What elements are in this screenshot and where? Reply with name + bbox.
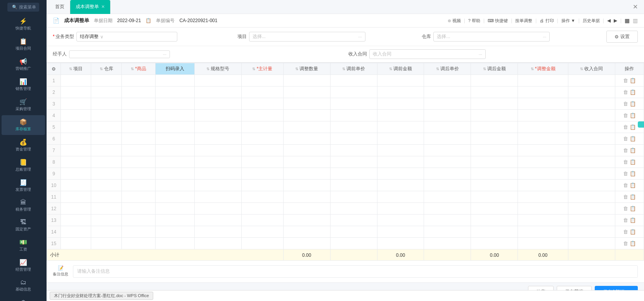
copy-row-btn[interactable]: 📋 bbox=[630, 206, 636, 211]
cell-r14-c9[interactable] bbox=[377, 226, 424, 238]
cell-r4-c4[interactable] bbox=[155, 110, 194, 121]
cell-r10-c2[interactable] bbox=[91, 180, 121, 191]
cell-r12-c12[interactable] bbox=[518, 203, 568, 215]
cell-r2-c13[interactable] bbox=[568, 86, 615, 98]
cell-r9-c3[interactable] bbox=[121, 168, 155, 180]
income-contract-input[interactable]: 收入合同 ··· bbox=[369, 49, 486, 59]
cell-r8-c4[interactable] bbox=[155, 156, 194, 168]
nav-next-btn[interactable]: ▶ bbox=[614, 18, 617, 23]
cell-r2-c6[interactable] bbox=[241, 86, 283, 98]
cell-r11-c2[interactable] bbox=[91, 191, 121, 203]
cell-r9-c8[interactable] bbox=[330, 168, 377, 180]
cell-r13-c12[interactable] bbox=[518, 215, 568, 226]
sidebar-item-invoice-mgmt[interactable]: 🧾 发票管理 bbox=[2, 176, 45, 195]
cell-r2-c5[interactable] bbox=[194, 86, 241, 98]
cell-r10-c1[interactable] bbox=[61, 180, 91, 191]
cell-r9-c9[interactable] bbox=[377, 168, 424, 180]
cell-r7-c12[interactable] bbox=[518, 145, 568, 156]
copy-row-btn[interactable]: 📋 bbox=[630, 78, 636, 83]
cell-r10-c5[interactable] bbox=[194, 180, 241, 191]
copy-row-btn[interactable]: 📋 bbox=[630, 124, 636, 130]
agent-input[interactable]: ··· bbox=[69, 50, 170, 58]
cell-r6-c8[interactable] bbox=[330, 133, 377, 145]
cell-r14-c6[interactable] bbox=[241, 226, 283, 238]
cell-r13-c6[interactable] bbox=[241, 215, 283, 226]
cell-r4-c6[interactable] bbox=[241, 110, 283, 121]
cell-r14-c3[interactable] bbox=[121, 226, 155, 238]
cell-r13-c13[interactable] bbox=[568, 215, 615, 226]
cell-r6-c9[interactable] bbox=[377, 133, 424, 145]
cell-r12-c6[interactable] bbox=[241, 203, 283, 215]
cell-r4-c7[interactable] bbox=[283, 110, 330, 121]
copy-row-btn[interactable]: 📋 bbox=[630, 240, 636, 246]
cell-r11-c3[interactable] bbox=[121, 191, 155, 203]
cell-r5-c13[interactable] bbox=[568, 121, 615, 133]
cell-r11-c1[interactable] bbox=[61, 191, 91, 203]
cell-r1-c10[interactable] bbox=[424, 75, 471, 86]
cell-r12-c10[interactable] bbox=[424, 203, 471, 215]
sidebar-item-inventory[interactable]: 📦 库存核算 bbox=[2, 115, 45, 135]
cell-r7-c9[interactable] bbox=[377, 145, 424, 156]
cell-r2-c8[interactable] bbox=[330, 86, 377, 98]
cell-r3-c1[interactable] bbox=[61, 98, 91, 110]
search-menu-btn[interactable]: 🔍 搜索菜单 bbox=[7, 3, 39, 12]
cell-r3-c11[interactable] bbox=[471, 98, 518, 110]
cell-r2-c12[interactable] bbox=[518, 86, 568, 98]
delete-row-btn[interactable]: 🗑 bbox=[623, 78, 628, 83]
delete-row-btn[interactable]: 🗑 bbox=[623, 194, 628, 200]
cell-r9-c12[interactable] bbox=[518, 168, 568, 180]
copy-row-btn[interactable]: 📋 bbox=[630, 194, 636, 200]
action-print[interactable]: 🖨 打印 bbox=[540, 18, 554, 24]
cell-r3-c13[interactable] bbox=[568, 98, 615, 110]
cell-r3-c4[interactable] bbox=[155, 98, 194, 110]
copy-row-btn[interactable]: 📋 bbox=[630, 171, 636, 176]
cell-r5-c12[interactable] bbox=[518, 121, 568, 133]
cell-r5-c8[interactable] bbox=[330, 121, 377, 133]
tab-cost-adjust[interactable]: 成本调整单✕ bbox=[70, 0, 111, 14]
cell-r6-c3[interactable] bbox=[121, 133, 155, 145]
cell-r1-c9[interactable] bbox=[377, 75, 424, 86]
cell-r13-c11[interactable] bbox=[471, 215, 518, 226]
delete-row-btn[interactable]: 🗑 bbox=[623, 89, 628, 95]
cell-r3-c3[interactable] bbox=[121, 98, 155, 110]
cell-r2-c11[interactable] bbox=[471, 86, 518, 98]
cell-r15-c8[interactable] bbox=[330, 238, 377, 249]
cell-r13-c1[interactable] bbox=[61, 215, 91, 226]
cell-r8-c6[interactable] bbox=[241, 156, 283, 168]
cell-r15-c13[interactable] bbox=[568, 238, 615, 249]
cell-r14-c11[interactable] bbox=[471, 226, 518, 238]
cell-r3-c10[interactable] bbox=[424, 98, 471, 110]
cell-r9-c10[interactable] bbox=[424, 168, 471, 180]
sidebar-item-tax-mgmt[interactable]: 🏛 税务管理 bbox=[2, 196, 45, 215]
col-settings[interactable]: ⚙ bbox=[47, 63, 61, 75]
cell-r12-c13[interactable] bbox=[568, 203, 615, 215]
cell-r7-c4[interactable] bbox=[155, 145, 194, 156]
cell-r8-c7[interactable] bbox=[283, 156, 330, 168]
cell-r11-c13[interactable] bbox=[568, 191, 615, 203]
cell-r2-c10[interactable] bbox=[424, 86, 471, 98]
cell-r12-c5[interactable] bbox=[194, 203, 241, 215]
cell-r2-c4[interactable] bbox=[155, 86, 194, 98]
cell-r13-c4[interactable] bbox=[155, 215, 194, 226]
cell-r6-c6[interactable] bbox=[241, 133, 283, 145]
copy-row-btn[interactable]: 📋 bbox=[630, 112, 636, 118]
cell-r4-c2[interactable] bbox=[91, 110, 121, 121]
cell-r12-c1[interactable] bbox=[61, 203, 91, 215]
cell-r14-c7[interactable] bbox=[283, 226, 330, 238]
copy-row-btn[interactable]: 📋 bbox=[630, 136, 636, 142]
cell-r6-c2[interactable] bbox=[91, 133, 121, 145]
cell-r5-c6[interactable] bbox=[241, 121, 283, 133]
cell-r4-c5[interactable] bbox=[194, 110, 241, 121]
cell-r14-c5[interactable] bbox=[194, 226, 241, 238]
cell-r4-c1[interactable] bbox=[61, 110, 91, 121]
cell-r7-c5[interactable] bbox=[194, 145, 241, 156]
nav-prev-btn[interactable]: ◀ bbox=[607, 18, 611, 23]
cell-r5-c4[interactable] bbox=[155, 121, 194, 133]
cell-r2-c2[interactable] bbox=[91, 86, 121, 98]
sidebar-item-business-mgmt[interactable]: 📈 经营管理 bbox=[2, 256, 45, 275]
copy-row-btn[interactable]: 📋 bbox=[630, 89, 636, 95]
copy-row-btn[interactable]: 📋 bbox=[630, 182, 636, 188]
cell-r11-c4[interactable] bbox=[155, 191, 194, 203]
cell-r12-c9[interactable] bbox=[377, 203, 424, 215]
cell-r5-c9[interactable] bbox=[377, 121, 424, 133]
